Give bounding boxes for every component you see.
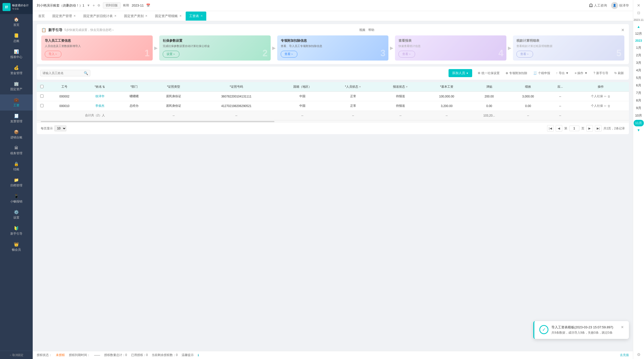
toast-close-button[interactable]: ✕ <box>621 325 624 329</box>
row2-edit-icon[interactable]: ✏ <box>604 104 607 108</box>
tab-payroll[interactable]: 工资表 ✕ <box>186 12 206 21</box>
sidebar-item-settings[interactable]: ⚙️ 设置 <box>0 207 33 223</box>
sidebar-item-close[interactable]: 🔒 结账 <box>0 159 33 175</box>
add-person-label: 添加人员 <box>452 71 465 75</box>
step-2-btn[interactable]: 设置＞ <box>163 51 179 58</box>
row2-delete-icon[interactable]: 🗑 <box>608 104 611 108</box>
sidebar-item-vip[interactable]: 👑 畅会员 <box>0 239 33 255</box>
panel-settings-icon[interactable]: ⚙ <box>637 352 640 357</box>
panel-month-4[interactable]: 4月 <box>634 67 644 74</box>
panel-close-icon[interactable]: ✕ <box>636 2 641 9</box>
step-3-btn[interactable]: 查看＞ <box>281 51 297 58</box>
panel-month-6[interactable]: 6月 <box>634 82 644 89</box>
th-status[interactable]: *人员状态 ▼ <box>329 82 378 92</box>
tax-action[interactable]: 🧾 个税申报 <box>532 70 552 76</box>
sidebar-item-reports[interactable]: 📊 报表中心 <box>0 46 33 62</box>
row2-social-link[interactable]: 个人社保 <box>591 104 603 108</box>
cancel-pin-label[interactable]: ←取消固定 <box>10 353 23 356</box>
sidebar-label-vip: 畅会员 <box>12 248 21 252</box>
add-account-icon[interactable]: + <box>93 3 95 8</box>
sidebar-item-invoice[interactable]: 🧾 发票管理 <box>0 111 33 127</box>
th-report-status[interactable]: 报送状态 ▼ <box>377 82 423 92</box>
panel-month-7[interactable]: 7月 <box>634 90 644 96</box>
next-page-btn[interactable]: ▶ <box>586 125 593 132</box>
prev-page-btn[interactable]: ◀ <box>556 125 562 132</box>
tab-detail[interactable]: 固定资产明细账 ✕ <box>151 12 185 21</box>
step-5-btn[interactable]: 查看＞ <box>516 51 533 58</box>
tab-fixed-assets-close[interactable]: ✕ <box>73 14 76 18</box>
panel-month-3[interactable]: 3月 <box>634 60 644 66</box>
per-page-select[interactable]: 10 20 50 <box>54 125 66 131</box>
row1-checkbox[interactable] <box>40 94 44 98</box>
sidebar-item-xiaochang[interactable]: 📱 小畅报销 <box>0 191 33 207</box>
calendar-icon[interactable]: 📅 <box>146 4 150 7</box>
onboard-close-button[interactable]: ✕ <box>621 28 624 32</box>
panel-month-5[interactable]: 5月 <box>634 75 644 81</box>
operate-action[interactable]: ≡ 操作 ▼ <box>573 70 589 76</box>
newguide-action[interactable]: ? 新手引导 <box>592 70 610 76</box>
export-action[interactable]: ↑ 导出 ▼ <box>555 70 570 76</box>
row1-delete-icon[interactable]: 🗑 <box>608 95 611 98</box>
search-icon[interactable]: 🔍 <box>84 71 88 75</box>
tab-detail-close[interactable]: ✕ <box>179 14 182 18</box>
row2-checkbox[interactable] <box>40 104 44 107</box>
panel-month-8[interactable]: 8月 <box>634 97 644 104</box>
panel-expand-icon[interactable]: ⊡ <box>636 10 641 16</box>
panel-month-1[interactable]: 1月 <box>634 44 644 51</box>
sidebar-item-payroll[interactable]: 💼 工资 <box>0 94 33 111</box>
last-page-btn[interactable]: ▶| <box>595 125 601 132</box>
step-4-btn[interactable]: 查看＞ <box>398 51 415 58</box>
old-version-button[interactable]: 切到旧版 <box>103 2 120 9</box>
panel-month-10[interactable]: 10月 <box>634 112 644 119</box>
toast-content: 导入工资表模板(2023-03-23 15:07:59.897) 共9条数据，成… <box>551 325 618 335</box>
settings-cog-icon[interactable]: ⚙ <box>97 4 100 7</box>
sidebar-item-guide[interactable]: 🔰 新手引导 <box>0 223 33 239</box>
row1-name: 徐泽华 <box>82 92 117 101</box>
panel-month-2[interactable]: 2月 <box>634 52 644 59</box>
deduction-action[interactable]: ⊕ 专项附加扣除 <box>504 70 529 76</box>
sidebar-item-tax[interactable]: 🏛 税务管理 <box>0 143 33 159</box>
row2-name-link[interactable]: 李俊杰 <box>95 104 104 108</box>
sidebar-item-archive[interactable]: 📁 归档管理 <box>0 175 33 191</box>
help-label[interactable]: 帮助 <box>368 28 374 32</box>
search-input[interactable] <box>43 71 83 75</box>
page-input[interactable] <box>569 126 579 131</box>
refresh-action[interactable]: ↻ 刷新 <box>613 70 625 76</box>
sidebar-item-ledger[interactable]: 📒 总账 <box>0 30 33 46</box>
row1-name-link[interactable]: 徐泽华 <box>95 94 104 98</box>
sidebar-item-cash[interactable]: 💰 资金管理 <box>0 62 33 78</box>
panel-month-12[interactable]: 12月 <box>634 30 644 37</box>
row1-social-link[interactable]: 个人社保 <box>591 94 603 98</box>
go-auth-link[interactable]: 去充值 <box>620 353 629 357</box>
tab-fixed-assets[interactable]: 固定资产管理 ✕ <box>49 12 79 21</box>
tab-home[interactable]: 首页 <box>35 12 48 21</box>
step-1-btn[interactable]: 导入＞ <box>45 51 61 58</box>
toast-desc: 共9条数据，成功导入9条，失败0条，跳过0条 <box>551 331 618 335</box>
panel-scroll-up-icon[interactable]: ▲ <box>636 24 641 29</box>
social-insurance-action[interactable]: ⚙ 统一社保设置 <box>476 70 501 76</box>
tab-category-close[interactable]: ✕ <box>145 14 147 18</box>
video-label[interactable]: 视频 <box>359 28 365 32</box>
social-label: 统一社保设置 <box>481 71 500 75</box>
panel-scroll-down-icon[interactable]: ▼ <box>636 127 641 133</box>
panel-month-9[interactable]: 9月 <box>634 105 644 111</box>
horizontal-scrollbar[interactable] <box>41 121 274 122</box>
sidebar-item-inventory[interactable]: 📦 进销台账 <box>0 127 33 143</box>
tab-depreciation[interactable]: 固定资产折旧统计表 ✕ <box>80 12 120 21</box>
first-page-btn[interactable]: |◀ <box>547 125 554 132</box>
customer-service[interactable]: 🎧 人工咨询 <box>589 3 607 8</box>
row1-edit-icon[interactable]: ✏ <box>604 95 607 98</box>
add-person-button[interactable]: 添加人员 ▼ <box>449 69 472 77</box>
row2-empno: 000010 <box>47 101 82 111</box>
th-allowance: 津贴 <box>470 82 509 92</box>
panel-month-11[interactable]: 11月 <box>634 120 644 126</box>
account-dropdown-icon[interactable]: ▼ <box>87 4 90 7</box>
top-bar-right: 🎧 人工咨询 👤 徐泽华 <box>589 2 629 9</box>
tab-category[interactable]: 固定资产类别 ✕ <box>120 12 151 21</box>
tab-payroll-close[interactable]: ✕ <box>200 14 203 18</box>
tab-depreciation-close[interactable]: ✕ <box>114 14 116 18</box>
select-all-checkbox[interactable] <box>40 85 44 88</box>
sidebar-item-home[interactable]: 🏠 首页 <box>0 14 33 30</box>
sidebar-item-fixed[interactable]: 🏢 固定资产 <box>0 78 33 94</box>
th-name[interactable]: *姓名 ⇅ <box>82 82 117 92</box>
